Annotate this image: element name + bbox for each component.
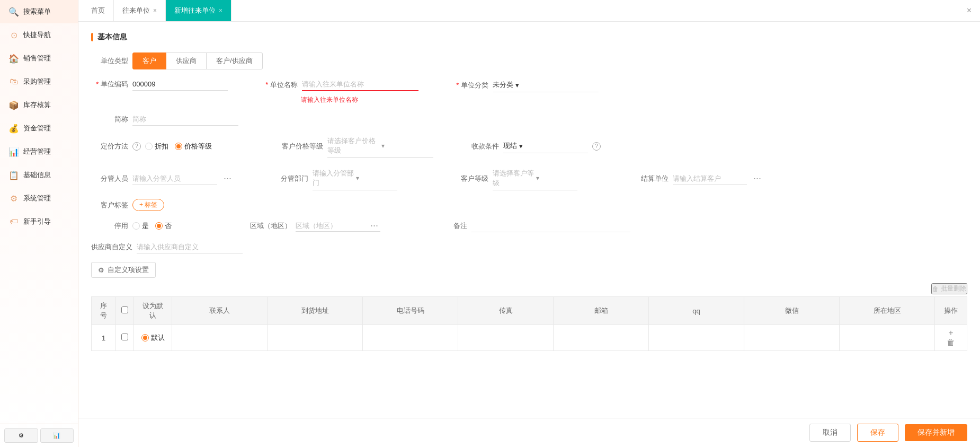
row-contact[interactable]: [172, 325, 268, 351]
sidebar-item-beginner[interactable]: 🏷 新手引导: [0, 210, 78, 233]
sidebar-item-basicinfo[interactable]: 📋 基础信息: [0, 163, 78, 187]
department-select[interactable]: 请输入分管部门 ▾: [313, 166, 397, 190]
gear-icon: ⚙: [98, 266, 104, 274]
disable-no-radio[interactable]: [155, 222, 163, 230]
sidebar-item-purchase[interactable]: 🛍 采购管理: [0, 70, 78, 93]
supplier-custom-row: 供应商自定义: [91, 241, 967, 253]
sidebar-item-system[interactable]: ⚙ 系统管理: [0, 187, 78, 210]
select-all-checkbox[interactable]: [121, 306, 128, 313]
row-delete-button[interactable]: 🗑: [945, 338, 957, 347]
row-phone[interactable]: [363, 325, 458, 351]
unit-code-input[interactable]: [132, 78, 228, 91]
row-email[interactable]: [554, 325, 649, 351]
tab-trading-units[interactable]: 往来单位 ×: [114, 0, 166, 21]
col-address: 到货地址: [268, 297, 363, 325]
unit-code-field: 单位编码: [91, 78, 261, 91]
sidebar-item-quicknav[interactable]: ⊙ 快捷导航: [0, 23, 78, 47]
unit-name-input[interactable]: [302, 78, 418, 91]
sidebar-item-label: 资金管理: [23, 124, 51, 133]
department-value: 请输入分管部门: [313, 169, 354, 188]
region-field: 区域（地区） 区域（地区） ···: [250, 220, 420, 232]
col-checkbox: [116, 297, 134, 325]
row-checkbox[interactable]: [121, 334, 128, 340]
custom-settings-button[interactable]: ⚙ 自定义项设置: [91, 262, 156, 278]
row-contact-input[interactable]: [177, 334, 262, 342]
abbr-input[interactable]: [132, 113, 238, 126]
row-qq-input[interactable]: [654, 334, 738, 342]
sidebar-item-inventory[interactable]: 📦 库存核算: [0, 93, 78, 117]
settlement-more-icon[interactable]: ···: [751, 173, 763, 184]
pricing-level-radio[interactable]: [175, 143, 182, 150]
pricing-discount-radio[interactable]: [145, 143, 153, 150]
disable-yes-option[interactable]: 是: [132, 221, 149, 231]
customer-price-field: 客户价格等级 请选择客户价格等级 ▾: [282, 134, 451, 158]
tab-new-trading-unit-close[interactable]: ×: [219, 7, 222, 14]
supplier-custom-input[interactable]: [137, 241, 243, 253]
manager-input[interactable]: [132, 172, 217, 185]
row-qq[interactable]: [649, 325, 744, 351]
row-email-input[interactable]: [559, 334, 643, 342]
sidebar-btn1[interactable]: ⚙: [4, 428, 38, 443]
col-wechat: 微信: [744, 297, 840, 325]
row-region-input[interactable]: [845, 334, 929, 342]
tab-home[interactable]: 首页: [83, 0, 114, 21]
col-email: 邮箱: [554, 297, 649, 325]
remark-input[interactable]: [471, 220, 630, 232]
row-fax-input[interactable]: [464, 334, 548, 342]
save-new-button[interactable]: 保存并新增: [905, 424, 967, 441]
row-region[interactable]: [840, 325, 935, 351]
row-address[interactable]: [268, 325, 363, 351]
unit-type-customer-btn[interactable]: 客户: [132, 52, 166, 69]
pricing-help-icon[interactable]: ?: [132, 142, 141, 151]
disable-radio-group: 是 否: [132, 221, 172, 231]
sidebar-item-search[interactable]: 🔍 搜索菜单: [0, 0, 78, 23]
unit-type-both-btn[interactable]: 客户/供应商: [207, 52, 263, 69]
region-more-icon[interactable]: ···: [368, 220, 380, 231]
save-button[interactable]: 保存: [857, 424, 898, 442]
payment-terms-select[interactable]: 现结 ▾: [503, 139, 588, 153]
add-tag-button[interactable]: + 标签: [132, 199, 164, 211]
close-all-button[interactable]: ×: [963, 6, 976, 15]
abbr-label: 简称: [91, 115, 128, 124]
customer-price-arrow-icon: ▾: [381, 142, 433, 150]
cancel-button[interactable]: 取消: [809, 424, 851, 442]
unit-name-field: 单位名称 请输入往来单位名称: [261, 78, 441, 104]
customer-level-arrow-icon: ▾: [536, 174, 577, 182]
sidebar-item-sales[interactable]: 🏠 销售管理: [0, 47, 78, 70]
customer-level-field: 客户等级 请选择客户等级 ▾: [451, 166, 621, 190]
settlement-input[interactable]: [673, 172, 747, 185]
batch-delete-icon: 🗑: [932, 285, 939, 293]
disable-yes-radio[interactable]: [132, 222, 140, 230]
pricing-method-label: 定价方法: [91, 142, 128, 151]
customer-tag-label: 客户标签: [91, 200, 128, 210]
pricing-method-field: 定价方法 ? 折扣 价格等级: [91, 142, 271, 151]
row-fax[interactable]: [458, 325, 554, 351]
customer-level-select[interactable]: 请选择客户等级 ▾: [493, 166, 577, 190]
unit-type-supplier-btn[interactable]: 供应商: [166, 52, 207, 69]
row-add-button[interactable]: +: [947, 328, 955, 338]
tab-trading-units-close[interactable]: ×: [153, 7, 157, 14]
col-default: 设为默认: [134, 297, 172, 325]
customer-price-select[interactable]: 请选择客户价格等级 ▾: [327, 134, 433, 158]
pricing-discount-option[interactable]: 折扣: [145, 142, 168, 151]
row-phone-input[interactable]: [368, 334, 452, 342]
row-address-input[interactable]: [273, 334, 357, 342]
sidebar-item-label: 快捷导航: [23, 30, 51, 40]
sidebar-btn2[interactable]: 📊: [40, 428, 74, 443]
disable-no-option[interactable]: 否: [155, 221, 172, 231]
batch-delete-button[interactable]: 🗑 批量删除: [931, 283, 967, 294]
payment-terms-help-icon[interactable]: ?: [592, 142, 601, 151]
sidebar-item-finance[interactable]: 💰 资金管理: [0, 117, 78, 140]
col-seq: 序号: [92, 297, 116, 325]
row-wechat-input[interactable]: [750, 334, 834, 342]
settlement-label: 结算单位: [631, 174, 669, 183]
row-default-radio[interactable]: [141, 334, 149, 341]
sidebar-item-operations[interactable]: 📊 经营管理: [0, 140, 78, 163]
pricing-level-option[interactable]: 价格等级: [175, 142, 212, 151]
manager-more-icon[interactable]: ···: [221, 173, 234, 184]
tab-new-trading-unit[interactable]: 新增往来单位 ×: [166, 0, 231, 21]
row-wechat[interactable]: [744, 325, 840, 351]
abbr-row: 简称: [91, 113, 967, 126]
unit-category-select[interactable]: 未分类 ▾: [493, 78, 599, 92]
sidebar-item-label: 新手引导: [23, 217, 51, 226]
